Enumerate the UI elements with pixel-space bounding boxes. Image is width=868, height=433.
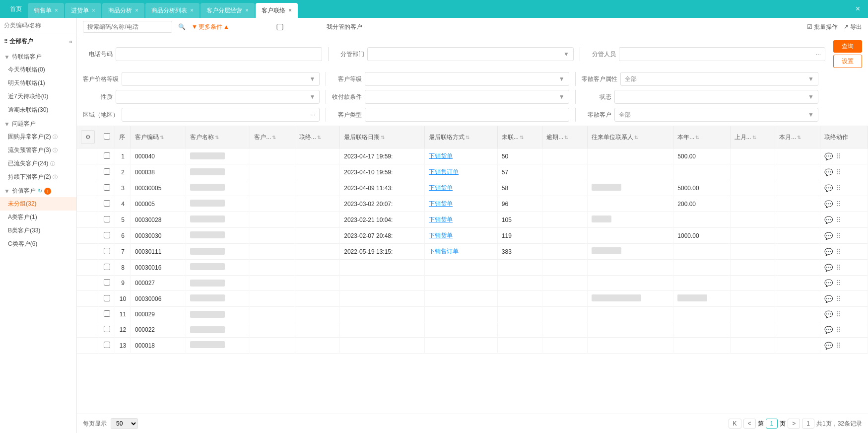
select-all-checkbox[interactable] bbox=[104, 133, 110, 140]
contact-chat-icon[interactable]: 💬 bbox=[824, 152, 833, 160]
per-page-select[interactable]: 50 100 200 bbox=[111, 418, 138, 429]
contact-chat-icon[interactable]: 💬 bbox=[824, 310, 833, 318]
manager-input[interactable]: ··· bbox=[619, 47, 825, 61]
refresh-icon[interactable]: ↻ bbox=[38, 188, 42, 194]
category-search-input[interactable] bbox=[4, 22, 77, 29]
sidebar-item-churn-risk[interactable]: 流失预警客户(3) ⓘ bbox=[0, 144, 76, 157]
contact-more-icon[interactable]: ⠿ bbox=[836, 168, 841, 176]
contact-more-icon[interactable]: ⠿ bbox=[836, 232, 841, 240]
contact-method-link[interactable]: 下销售订单 bbox=[429, 168, 459, 175]
sidebar-item-tomorrow[interactable]: 明天待联络(1) bbox=[0, 76, 76, 90]
next-page-button[interactable]: > bbox=[788, 419, 800, 429]
reset-button[interactable]: 设置 bbox=[833, 55, 862, 68]
problem-group-label[interactable]: ▼ 问题客户 bbox=[0, 117, 76, 130]
pending-group-label[interactable]: ▼ 待联络客户 bbox=[0, 50, 76, 63]
close-purchase-tab[interactable]: × bbox=[92, 3, 95, 18]
sidebar-item-overdue-contact[interactable]: 逾期未联络(30) bbox=[0, 103, 76, 117]
row-checkbox[interactable] bbox=[104, 200, 110, 207]
close-sales-tab[interactable]: × bbox=[55, 3, 58, 18]
contact-more-icon[interactable]: ⠿ bbox=[836, 200, 841, 208]
prev-page-button[interactable]: < bbox=[743, 419, 756, 429]
tab-sales[interactable]: 销售单 × bbox=[28, 3, 64, 18]
sidebar-item-class-b[interactable]: B类客户(33) bbox=[0, 224, 76, 237]
th-this-month[interactable]: 本月...⇅ bbox=[775, 126, 820, 148]
close-all-button[interactable]: × bbox=[852, 4, 864, 13]
contact-method-link[interactable]: 下销货单 bbox=[429, 232, 453, 239]
row-checkbox[interactable] bbox=[104, 310, 110, 317]
casual-attr-select[interactable]: 全部▼ bbox=[620, 72, 818, 86]
row-checkbox[interactable] bbox=[104, 184, 110, 191]
contact-chat-icon[interactable]: 💬 bbox=[824, 168, 833, 176]
th-no-contact[interactable]: 未联...⇅ bbox=[497, 126, 542, 148]
contact-chat-icon[interactable]: 💬 bbox=[824, 279, 833, 287]
close-product-analysis-list-tab[interactable]: × bbox=[190, 3, 194, 18]
status-select[interactable]: ▼ bbox=[614, 90, 818, 104]
sidebar-item-class-c[interactable]: C类客户(6) bbox=[0, 237, 76, 251]
payment-terms-select[interactable]: ▼ bbox=[365, 90, 569, 104]
contact-chat-icon[interactable]: 💬 bbox=[824, 248, 833, 256]
th-overdue[interactable]: 逾期...⇅ bbox=[542, 126, 588, 148]
th-this-year[interactable]: 本年...⇅ bbox=[673, 126, 730, 148]
row-checkbox[interactable] bbox=[104, 168, 110, 175]
my-customers-check[interactable] bbox=[235, 24, 325, 30]
sidebar-item-declining[interactable]: 持续下滑客户(2) ⓘ bbox=[0, 170, 76, 184]
last-page-button[interactable]: 1 bbox=[802, 419, 814, 429]
contact-chat-icon[interactable]: 💬 bbox=[824, 326, 833, 334]
contact-more-icon[interactable]: ⠿ bbox=[836, 342, 841, 350]
row-checkbox[interactable] bbox=[104, 248, 110, 254]
contact-method-link[interactable]: 下销货单 bbox=[429, 152, 453, 159]
customer-type-input[interactable] bbox=[365, 108, 569, 122]
search-button[interactable]: 🔍 bbox=[178, 23, 186, 30]
tab-product-analysis-list[interactable]: 商品分析列表 × bbox=[145, 3, 200, 18]
contact-more-icon[interactable]: ⠿ bbox=[836, 295, 841, 303]
th-unit-contact[interactable]: 往来单位联系人⇅ bbox=[587, 126, 673, 148]
contact-more-icon[interactable]: ⠿ bbox=[836, 326, 841, 334]
customer-level-select[interactable]: ▼ bbox=[365, 72, 569, 86]
query-button[interactable]: 查询 bbox=[833, 40, 862, 53]
th-settings[interactable]: ⚙ bbox=[77, 126, 99, 148]
row-checkbox[interactable] bbox=[104, 264, 110, 270]
tab-purchase[interactable]: 进货单 × bbox=[65, 3, 101, 18]
th-name[interactable]: 客户名称⇅ bbox=[186, 126, 250, 148]
contact-chat-icon[interactable]: 💬 bbox=[824, 184, 833, 192]
batch-ops-button[interactable]: ☑ 批量操作 bbox=[807, 23, 838, 31]
my-customers-checkbox[interactable]: 我分管的客户 bbox=[235, 23, 362, 31]
contact-more-icon[interactable]: ⠿ bbox=[836, 248, 841, 256]
export-button[interactable]: ↗ 导出 bbox=[844, 23, 862, 31]
sidebar-item-abnormal[interactable]: 固购异常客户(2) ⓘ bbox=[0, 130, 76, 144]
contact-chat-icon[interactable]: 💬 bbox=[824, 216, 833, 224]
row-checkbox[interactable] bbox=[104, 279, 110, 286]
th-contact[interactable]: 联络...⇅ bbox=[295, 126, 340, 148]
sidebar-item-unclassified[interactable]: 未分组(32) bbox=[0, 197, 76, 211]
contact-method-link[interactable]: 下销货单 bbox=[429, 184, 453, 191]
close-product-analysis-tab[interactable]: × bbox=[135, 3, 138, 18]
tab-customer-segment[interactable]: 客户分层经营 × bbox=[200, 3, 255, 18]
contact-method-link[interactable]: 下销货单 bbox=[429, 216, 453, 223]
row-checkbox[interactable] bbox=[104, 326, 110, 332]
department-select[interactable]: ▼ bbox=[367, 47, 574, 61]
row-checkbox[interactable] bbox=[104, 295, 110, 301]
th-code[interactable]: 客户编码⇅ bbox=[131, 126, 186, 148]
contact-more-icon[interactable]: ⠿ bbox=[836, 184, 841, 192]
contact-chat-icon[interactable]: 💬 bbox=[824, 295, 833, 303]
settings-icon[interactable]: ⚙ bbox=[81, 130, 95, 144]
contact-method-link[interactable]: 下销售订单 bbox=[429, 248, 459, 255]
contact-more-icon[interactable]: ⠿ bbox=[836, 310, 841, 318]
row-checkbox[interactable] bbox=[104, 232, 110, 238]
collapse-sidebar-button[interactable]: « bbox=[69, 38, 72, 45]
value-group-label[interactable]: ▼ 价值客户 ↻ ! bbox=[0, 184, 76, 197]
home-tab[interactable]: 首页 bbox=[4, 0, 28, 18]
contact-more-icon[interactable]: ⠿ bbox=[836, 264, 841, 272]
tab-customer-contact[interactable]: 客户联络 × bbox=[256, 3, 298, 18]
search-input[interactable] bbox=[83, 21, 172, 33]
th-checkbox[interactable] bbox=[99, 126, 115, 148]
row-checkbox[interactable] bbox=[104, 216, 110, 222]
first-page-button[interactable]: K bbox=[729, 419, 741, 429]
contact-chat-icon[interactable]: 💬 bbox=[824, 342, 833, 350]
row-checkbox[interactable] bbox=[104, 342, 110, 348]
contact-chat-icon[interactable]: 💬 bbox=[824, 232, 833, 240]
sidebar-item-lost[interactable]: 已流失客户(24) ⓘ bbox=[0, 157, 76, 170]
tab-product-analysis[interactable]: 商品分析 × bbox=[102, 3, 144, 18]
close-customer-segment-tab[interactable]: × bbox=[245, 3, 249, 18]
row-checkbox[interactable] bbox=[104, 152, 110, 159]
